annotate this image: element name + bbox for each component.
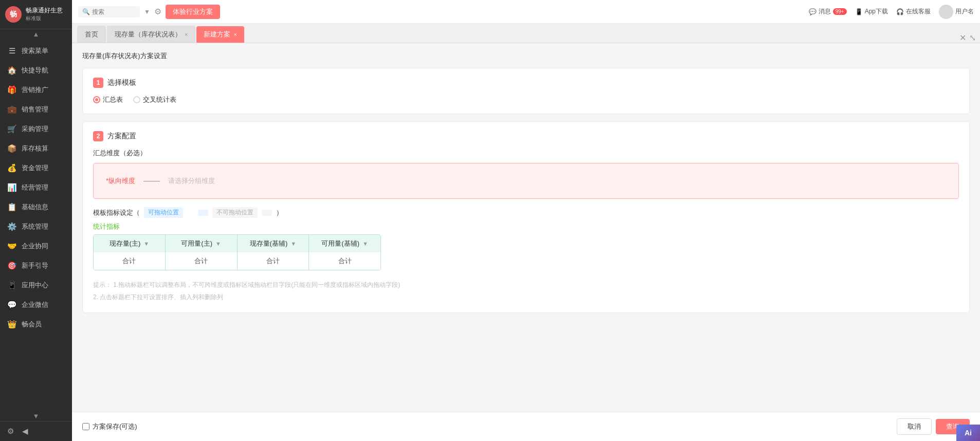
sidebar-item-label: 快捷导航: [22, 66, 48, 75]
sidebar-item-search-menu[interactable]: ☰ 搜索菜单: [0, 41, 72, 61]
sidebar-item-label: 经营管理: [22, 183, 48, 192]
enterprise-icon: 🤝: [7, 242, 16, 251]
online-service-icon: 🎧: [896, 8, 904, 15]
stat-col-0-chevron[interactable]: ▼: [143, 241, 149, 247]
sidebar-scroll-down[interactable]: ▼: [0, 411, 72, 421]
sales-icon: 💼: [7, 105, 16, 114]
tip2: 2. 点击标题栏下拉可设置排序、插入列和删除列: [93, 291, 959, 303]
sidebar-item-enterprise[interactable]: 🤝 企业协同: [0, 236, 72, 256]
stat-table-header: 现存量(主) ▼ 可用量(主) ▼ 现存量(基辅) ▼ 可用量(基辅): [94, 235, 380, 252]
message-action[interactable]: 💬 消息 99+: [809, 7, 847, 16]
search-input[interactable]: [92, 8, 133, 15]
settings-icon[interactable]: ⚙: [7, 427, 14, 436]
stat-cell-0: 合计: [94, 252, 166, 270]
sidebar-item-inventory[interactable]: 📦 库存核算: [0, 139, 72, 158]
tips-section: 提示： 1.拖动标题栏可以调整布局，不可跨维度或指标区域拖动栏目字段(只能在同一…: [93, 279, 959, 303]
sidebar-logo: 畅 畅康通好生意 标准版: [0, 0, 72, 29]
stat-label: 统计指标: [93, 222, 959, 231]
tip1-text: 1.拖动标题栏可以调整布局，不可跨维度或指标区域拖动栏目字段(只能在同一维度或指…: [113, 281, 400, 288]
stat-col-3-chevron[interactable]: ▼: [362, 241, 368, 247]
sidebar-item-label: 资金管理: [22, 163, 48, 173]
sidebar-item-member[interactable]: 👑 畅会员: [0, 315, 72, 334]
template-summary[interactable]: 汇总表: [93, 95, 123, 104]
business-icon: 📊: [7, 183, 16, 192]
template-cross-label: 交叉统计表: [143, 95, 176, 104]
section1-header: 1 选择模板: [93, 78, 959, 88]
template-cross[interactable]: 交叉统计表: [133, 95, 176, 104]
radio-summary-dot: [93, 96, 100, 103]
purchase-icon: 🛒: [7, 124, 16, 134]
sound-icon[interactable]: ◀: [22, 427, 28, 436]
member-icon: 👑: [7, 320, 16, 329]
non-draggable-tag: 不可拖动位置: [212, 207, 258, 218]
main-area: 🔍 ▼ ⚙ 体验行业方案 💬 消息 99+ 📱 App下载 🎧 在线客服 用户名: [72, 0, 980, 441]
base-info-icon: 📋: [7, 203, 16, 212]
stat-col-0: 现存量(主) ▼: [94, 235, 166, 252]
indicator-separator: [187, 208, 194, 217]
avatar: [939, 5, 953, 19]
tab-home[interactable]: 首页: [77, 26, 106, 43]
ai-float-button[interactable]: Ai: [956, 425, 980, 441]
online-service-action[interactable]: 🎧 在线客服: [896, 7, 931, 16]
sidebar-item-new-guide[interactable]: 🎯 新手引导: [0, 256, 72, 275]
user-profile[interactable]: 用户名: [939, 5, 974, 19]
stat-col-1-chevron[interactable]: ▼: [215, 241, 221, 247]
tab-inventory-close-icon[interactable]: ×: [185, 31, 188, 38]
sidebar-item-label: 系统管理: [22, 222, 48, 231]
top-header: 🔍 ▼ ⚙ 体验行业方案 💬 消息 99+ 📱 App下载 🎧 在线客服 用户名: [72, 0, 980, 24]
logo-icon: 畅: [5, 6, 22, 23]
section-choose-template: 1 选择模板 汇总表 交叉统计表: [82, 68, 970, 114]
sidebar-item-sales[interactable]: 💼 销售管理: [0, 100, 72, 119]
message-label: 消息: [819, 7, 831, 16]
online-service-label: 在线客服: [906, 7, 931, 16]
sidebar-item-finance[interactable]: 💰 资金管理: [0, 158, 72, 178]
try-industry-button[interactable]: 体验行业方案: [166, 5, 220, 19]
sidebar-item-label: 新手引导: [22, 261, 48, 270]
tab-home-label: 首页: [85, 30, 98, 39]
sidebar-item-quick-nav[interactable]: 🏠 快捷导航: [0, 61, 72, 80]
stat-col-3: 可用量(基辅) ▼: [309, 235, 380, 252]
sidebar-item-wechat[interactable]: 💬 企业微信: [0, 295, 72, 315]
section1-num: 1: [93, 78, 103, 88]
stat-cell-1: 合计: [166, 252, 238, 270]
indicator-label: 模板指标设定（ 可拖动位置 不可拖动位置 ）: [93, 207, 959, 218]
sidebar-item-business[interactable]: 📊 经营管理: [0, 178, 72, 197]
sidebar-item-system[interactable]: ⚙️ 系统管理: [0, 217, 72, 236]
template-summary-label: 汇总表: [103, 95, 123, 104]
close-window-icon[interactable]: ✕: [959, 33, 966, 43]
sidebar-item-base-info[interactable]: 📋 基础信息: [0, 197, 72, 217]
stat-col-3-label: 可用量(基辅): [321, 239, 359, 248]
save-option: 方案保存(可选): [82, 422, 137, 431]
tab-new-scheme-close-icon[interactable]: ×: [233, 31, 237, 38]
search-box[interactable]: 🔍: [78, 6, 140, 17]
sidebar-item-marketing[interactable]: 🎁 营销推广: [0, 80, 72, 100]
inventory-icon: 📦: [7, 144, 16, 153]
section-scheme-config: 2 方案配置 汇总维度（必选） *纵向维度 —— 请选择分组维度 模板指标设定（…: [82, 121, 970, 313]
quick-nav-icon: 🏠: [7, 66, 16, 75]
sidebar-item-app-center[interactable]: 📱 应用中心: [0, 275, 72, 295]
cancel-button[interactable]: 取消: [897, 418, 932, 435]
app-download-action[interactable]: 📱 App下载: [855, 7, 888, 16]
sidebar-item-purchase[interactable]: 🛒 采购管理: [0, 119, 72, 139]
search-dropdown-icon[interactable]: ▼: [144, 8, 150, 15]
tab-bar: 首页 现存量（库存状况表） × 新建方案 × ✕ ⤡: [72, 24, 980, 43]
app-download-label: App下载: [865, 7, 888, 16]
gear-icon[interactable]: ⚙: [154, 7, 161, 16]
stat-cell-2: 合计: [238, 252, 310, 270]
wechat-icon: 💬: [7, 300, 16, 309]
stat-col-0-label: 现存量(主): [110, 239, 141, 248]
dimension-arrow: ——: [143, 176, 160, 186]
indicator-label-text: 模板指标设定（: [93, 208, 140, 217]
maximize-window-icon[interactable]: ⤡: [969, 33, 976, 43]
tab-new-scheme-label: 新建方案: [204, 30, 230, 39]
dimension-required: *纵向维度: [106, 176, 135, 186]
sidebar-scroll-up[interactable]: ▲: [0, 29, 72, 39]
app-version: 标准版: [26, 15, 63, 22]
tab-new-scheme[interactable]: 新建方案 ×: [196, 26, 244, 43]
save-checkbox[interactable]: [82, 423, 89, 430]
search-icon: 🔍: [82, 8, 90, 15]
tab-inventory-status[interactable]: 现存量（库存状况表） ×: [107, 26, 195, 43]
stat-col-1: 可用量(主) ▼: [166, 235, 238, 252]
dimension-area: *纵向维度 —— 请选择分组维度: [93, 163, 959, 199]
stat-col-2-chevron[interactable]: ▼: [291, 241, 296, 247]
